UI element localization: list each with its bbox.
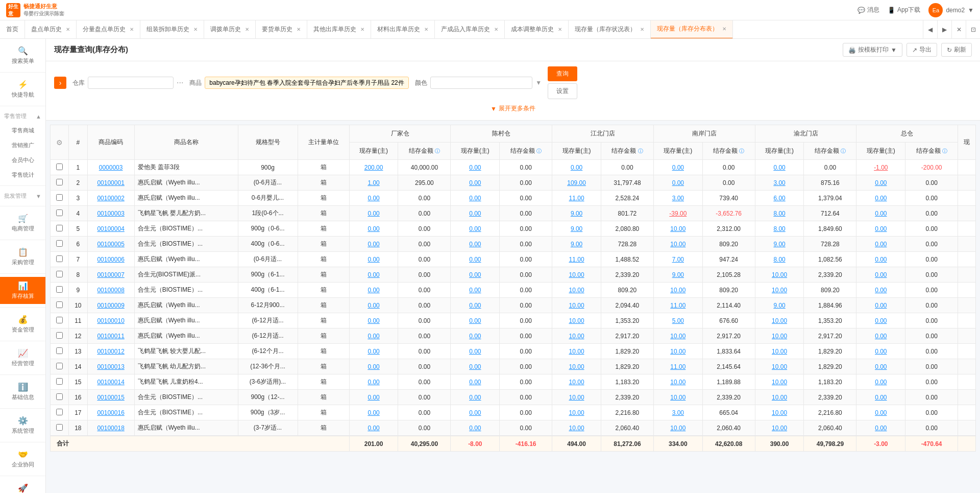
sidebar-item-retailshop[interactable]: 零售商城 <box>0 123 45 138</box>
tab-zuzhuang[interactable]: 组装拆卸单历史 ✕ <box>140 20 204 39</box>
chenmao-qty-link[interactable]: 0.00 <box>469 164 481 171</box>
total-qty-link[interactable]: 0.00 <box>875 409 887 416</box>
td-checkbox[interactable] <box>51 374 69 390</box>
yubei-qty-link[interactable]: 3.00 <box>773 179 785 186</box>
chenmao-qty-link[interactable]: 0.00 <box>469 287 481 294</box>
jiangbei-qty-link[interactable]: 0.00 <box>571 164 582 171</box>
yubei-qty-link[interactable]: 10.00 <box>772 271 787 278</box>
chenmao-qty-link[interactable]: 0.00 <box>469 394 481 401</box>
tab-pandian[interactable]: 盘点单历史 ✕ <box>25 20 77 39</box>
total-qty-link[interactable]: 0.00 <box>875 317 887 324</box>
yubei-qty-link[interactable]: 10.00 <box>772 363 787 370</box>
chenmao-qty-link[interactable]: 0.00 <box>469 425 481 432</box>
nanan-qty-link[interactable]: 10.00 <box>670 348 685 355</box>
total-qty-link[interactable]: 0.00 <box>875 179 887 186</box>
jiangbei-qty-link[interactable]: 109.00 <box>567 179 586 186</box>
factory-qty-link[interactable]: 0.00 <box>368 210 379 217</box>
msg-btn[interactable]: 💬 消息 <box>857 6 879 14</box>
row-checkbox[interactable] <box>56 255 63 262</box>
code-link[interactable]: 00100018 <box>97 425 124 432</box>
jiangbei-qty-link[interactable]: 9.00 <box>571 241 582 248</box>
total-qty-link[interactable]: 0.00 <box>875 241 887 248</box>
chenmao-qty-link[interactable]: 0.00 <box>469 348 481 355</box>
tab-close-pandian[interactable]: ✕ <box>66 27 70 32</box>
jiangbei-qty-link[interactable]: 10.00 <box>569 425 584 432</box>
factory-qty-link[interactable]: 0.00 <box>368 363 379 370</box>
factory-qty-link[interactable]: 0.00 <box>368 256 379 263</box>
yubei-qty-link[interactable]: 0.00 <box>773 164 785 171</box>
factory-qty-link[interactable]: 0.00 <box>368 333 379 340</box>
code-link[interactable]: 00100003 <box>97 210 124 217</box>
code-link[interactable]: 0000003 <box>99 164 123 171</box>
yubei-qty-link[interactable]: 10.00 <box>772 394 787 401</box>
chenmao-qty-link[interactable]: 0.00 <box>469 210 481 217</box>
nanan-qty-link[interactable]: 10.00 <box>670 241 685 248</box>
jiangbei-qty-link[interactable]: 10.00 <box>569 287 584 294</box>
td-checkbox[interactable] <box>51 298 69 313</box>
row-checkbox[interactable] <box>56 271 63 277</box>
setting-btn[interactable]: 设置 <box>548 83 577 99</box>
yubei-qty-link[interactable]: 8.00 <box>773 210 785 217</box>
total-qty-link[interactable]: 0.00 <box>875 225 887 232</box>
td-checkbox[interactable] <box>51 267 69 283</box>
row-checkbox[interactable] <box>56 378 63 385</box>
chenmao-qty-link[interactable]: 0.00 <box>469 317 481 324</box>
factory-qty-link[interactable]: 0.00 <box>368 271 379 278</box>
td-checkbox[interactable] <box>51 313 69 328</box>
nanan-qty-link[interactable]: 10.00 <box>670 225 685 232</box>
row-checkbox[interactable] <box>56 286 63 293</box>
chenmao-qty-link[interactable]: 0.00 <box>469 302 481 309</box>
chenmao-qty-link[interactable]: 0.00 <box>469 271 481 278</box>
code-link[interactable]: 00100008 <box>97 287 124 294</box>
nanan-qty-link[interactable]: 10.00 <box>670 425 685 432</box>
jiangbei-qty-link[interactable]: 10.00 <box>569 333 584 340</box>
td-checkbox[interactable] <box>51 344 69 359</box>
factory-qty-link[interactable]: 1.00 <box>368 179 379 186</box>
tab-home[interactable]: 首页 <box>0 20 25 39</box>
sidebar-item-baseinfo[interactable]: ℹ️ 基础信息 <box>0 378 45 405</box>
factory-qty-link[interactable]: 0.00 <box>368 409 379 416</box>
td-checkbox[interactable] <box>51 420 69 436</box>
tab-close-fenliang[interactable]: ✕ <box>130 27 134 32</box>
code-link[interactable]: 00100006 <box>97 256 124 263</box>
tab-kcfb[interactable]: 现存量（库存分布表） ✕ <box>651 20 733 39</box>
yubei-qty-link[interactable]: 10.00 <box>772 333 787 340</box>
code-link[interactable]: 00100010 <box>97 317 124 324</box>
total-qty-link[interactable]: 0.00 <box>875 379 887 386</box>
code-link[interactable]: 00100001 <box>97 179 124 186</box>
factory-qty-link[interactable]: 0.00 <box>368 287 379 294</box>
td-checkbox[interactable] <box>51 283 69 298</box>
factory-qty-link[interactable]: 0.00 <box>368 425 379 432</box>
tab-close-kcqk[interactable]: ✕ <box>640 27 644 32</box>
row-checkbox[interactable] <box>56 240 63 247</box>
code-link[interactable]: 00100016 <box>97 409 124 416</box>
code-link[interactable]: 00100014 <box>97 379 124 386</box>
td-checkbox[interactable] <box>51 175 69 191</box>
nanan-qty-link[interactable]: 5.00 <box>672 317 684 324</box>
tab-kcqk[interactable]: 现存量（库存状况表） ✕ <box>569 20 651 39</box>
nanan-qty-link[interactable]: 3.00 <box>672 409 684 416</box>
total-qty-link[interactable]: -1.00 <box>874 164 888 171</box>
app-btn[interactable]: 📱 App下载 <box>888 6 920 14</box>
color-dropdown-icon[interactable]: ▼ <box>535 79 542 86</box>
sidebar-item-stock[interactable]: 📊 库存核算 <box>0 277 45 304</box>
total-qty-link[interactable]: 0.00 <box>875 287 887 294</box>
chenmao-qty-link[interactable]: 0.00 <box>469 256 481 263</box>
sidebar-item-search[interactable]: 🔍 搜索英单 <box>0 42 45 69</box>
product-input[interactable] <box>205 77 409 89</box>
yubei-qty-link[interactable]: 10.00 <box>772 317 787 324</box>
tab-close-diaob[interactable]: ✕ <box>245 27 249 32</box>
nanan-qty-link[interactable]: 0.00 <box>672 164 684 171</box>
td-checkbox[interactable] <box>51 191 69 206</box>
nanan-qty-link[interactable]: 10.00 <box>670 394 685 401</box>
total-qty-link[interactable]: 0.00 <box>875 210 887 217</box>
sidebar-item-collab[interactable]: 🤝 企业协同 <box>0 445 45 473</box>
td-checkbox[interactable] <box>51 405 69 420</box>
factory-qty-link[interactable]: 0.00 <box>368 394 379 401</box>
code-link[interactable]: 00100011 <box>97 333 124 340</box>
th-gear[interactable]: ⚙ <box>51 125 69 160</box>
tab-close-zuzhuang[interactable]: ✕ <box>193 27 198 32</box>
factory-qty-link[interactable]: 0.00 <box>368 317 379 324</box>
td-checkbox[interactable] <box>51 390 69 405</box>
tab-clck[interactable]: 材料出库单历史 ✕ <box>371 20 435 39</box>
